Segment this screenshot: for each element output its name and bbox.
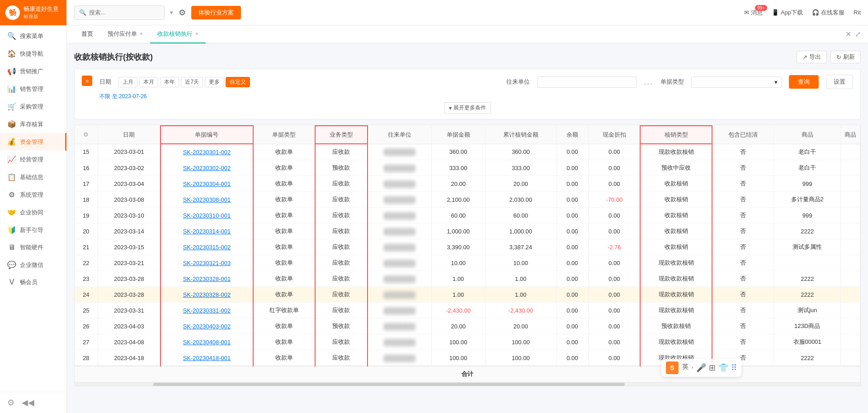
logo-text: 畅康道好生意 <box>24 5 59 13</box>
industry-solution-button[interactable]: 体验行业方案 <box>191 6 241 19</box>
cell-biz-type: 应收款 <box>315 144 368 160</box>
bill-no-link[interactable]: SK-20230418-001 <box>183 355 231 361</box>
online-service-action[interactable]: 🎧 在线客服 <box>812 9 844 17</box>
cell-amount: -2,430.00 <box>431 303 485 318</box>
sidebar-item-operation[interactable]: 📈经营管理 <box>0 151 66 168</box>
cell-balance: 0.00 <box>556 350 588 366</box>
receipt-type-select[interactable]: ▾ <box>691 76 782 88</box>
cell-bill-no: SK-20230331-002 <box>160 303 253 318</box>
date-btn-this-year[interactable]: 本年 <box>160 77 179 87</box>
bill-no-link[interactable]: SK-20230302-002 <box>183 165 231 171</box>
bill-no-link[interactable]: SK-20230301-002 <box>183 149 231 156</box>
sidebar-collapse-icon[interactable]: ◀◀ <box>22 398 34 408</box>
search-input[interactable] <box>89 9 148 16</box>
col-header-product2: 商品 <box>841 126 860 144</box>
sidebar-item-sales[interactable]: 📊销售管理 <box>0 80 66 98</box>
sidebar-item-guide[interactable]: 🔰新手引导 <box>0 221 66 239</box>
filter-expand-btn[interactable]: » <box>82 76 92 86</box>
date-btn-more[interactable]: 更多 <box>205 77 224 87</box>
sidebar-item-member[interactable]: V畅会员 <box>0 274 66 291</box>
cell-cash-discount: 0.00 <box>589 223 641 239</box>
apps-icon[interactable]: ⠿ <box>731 363 737 373</box>
sales-label: 销售管理 <box>20 85 43 93</box>
bill-no-link[interactable]: SK-20230315-002 <box>183 244 231 251</box>
date-btn-last-month[interactable]: 上月 <box>118 77 137 87</box>
sidebar-item-shortcut[interactable]: 🏠快捷导航 <box>0 45 66 62</box>
bill-no-link[interactable]: SK-20230314-001 <box>183 228 231 235</box>
sidebar-item-purchase[interactable]: 🛒采购管理 <box>0 98 66 115</box>
expand-conditions-btn[interactable]: ▾ 展开更多条件 <box>444 102 491 114</box>
sidebar-item-search[interactable]: 🔍搜索菜单 <box>0 27 66 45</box>
export-button[interactable]: ↗ 导出 <box>797 51 827 63</box>
cell-cancel-type: 现款收款核销 <box>640 255 712 271</box>
tab-receipt-exec-close[interactable]: × <box>195 31 198 37</box>
horizontal-scrollbar[interactable] <box>75 382 860 386</box>
tab-receipt-exec[interactable]: 收款核销执行 × <box>150 25 206 43</box>
bill-no-link[interactable]: SK-20230310-001 <box>183 212 231 219</box>
query-button[interactable]: 查询 <box>789 75 819 89</box>
bill-no-link[interactable]: SK-20230408-001 <box>183 339 231 346</box>
sidebar-item-finance[interactable]: 💰资金管理 <box>0 133 66 151</box>
phone-icon: 📱 <box>772 9 779 16</box>
sidebar-settings-icon[interactable]: ⚙ <box>7 398 14 408</box>
tab-expand-icon[interactable]: ⤢ <box>855 30 861 38</box>
en-icon[interactable]: 英 <box>682 363 689 373</box>
cell-include-settled: 否 <box>712 144 774 160</box>
sidebar-item-system[interactable]: ⚙系统管理 <box>0 186 66 204</box>
scroll-thumb[interactable] <box>153 383 625 386</box>
dot-icon[interactable]: · <box>691 363 693 373</box>
cell-biz-type: 应收款 <box>315 239 368 255</box>
cell-balance: 0.00 <box>556 318 588 334</box>
date-btn-7days[interactable]: 近7天 <box>181 77 203 87</box>
refresh-button[interactable]: ↻ 刷新 <box>830 51 861 63</box>
sidebar-item-marketing[interactable]: 📢营销推广 <box>0 62 66 80</box>
settings-button[interactable]: 设置 <box>826 75 853 89</box>
hardware-icon: 🖥 <box>7 243 16 252</box>
data-table: ⚙ 日期 单据编号 单据类型 业务类型 往来单位 单据金额 累计核销金额 余额 … <box>75 125 860 382</box>
shirt-icon[interactable]: 👕 <box>718 363 728 373</box>
unit-filter-input[interactable] <box>537 76 637 88</box>
app-download-label: App下载 <box>781 9 803 17</box>
user-action[interactable]: Rit <box>854 9 861 16</box>
corp-icon: 🤝 <box>7 208 16 217</box>
sidebar-item-corp[interactable]: 🤝企业协同 <box>0 204 66 221</box>
cell-biz-type: 应收款 <box>315 303 368 318</box>
cell-product: 999 <box>774 208 841 223</box>
table-settings-icon[interactable]: ⚙ <box>83 131 89 138</box>
date-btn-custom[interactable]: 自定义 <box>226 77 250 87</box>
sidebar-item-wechat[interactable]: 💬企业微信 <box>0 256 66 274</box>
topbar-arrow-icon[interactable]: ▾ <box>170 9 173 16</box>
date-btn-this-month[interactable]: 本月 <box>139 77 158 87</box>
col-header-partner: 往来单位 <box>368 126 431 144</box>
corp-label: 企业协同 <box>20 209 43 217</box>
bill-no-link[interactable]: SK-20230321-003 <box>183 260 231 266</box>
cell-date: 2023-03-28 <box>98 271 160 287</box>
tab-close-all-icon[interactable]: ✕ <box>845 30 851 38</box>
sidebar-item-inventory[interactable]: 📦库存核算 <box>0 115 66 133</box>
bill-no-link[interactable]: SK-20230403-002 <box>183 323 231 330</box>
cell-cum-amount: 333.00 <box>485 160 556 176</box>
mic-icon[interactable]: 🎤 <box>696 363 706 373</box>
app-download-action[interactable]: 📱 App下载 <box>772 9 803 17</box>
tab-pre-payment[interactable]: 预付应付单 × <box>100 25 150 43</box>
grid-icon[interactable]: ⊞ <box>709 363 716 373</box>
tab-home[interactable]: 首页 <box>74 25 100 43</box>
message-badge: 99+ <box>755 5 767 11</box>
col-header-settings[interactable]: ⚙ <box>75 126 98 144</box>
bill-no-link[interactable]: SK-20230308-001 <box>183 196 231 203</box>
messages-action[interactable]: ✉ 消息 99+ <box>744 9 763 17</box>
bill-no-link[interactable]: SK-20230328-001 <box>183 275 231 282</box>
refresh-label: 刷新 <box>843 53 855 61</box>
topbar-gear-icon[interactable]: ⚙ <box>179 8 186 18</box>
bill-no-link[interactable]: SK-20230331-002 <box>183 307 231 314</box>
bill-no-link[interactable]: SK-20230328-002 <box>183 291 231 298</box>
tab-pre-payment-close[interactable]: × <box>140 31 143 37</box>
sidebar-item-hardware[interactable]: 🖥智能硬件 <box>0 239 66 256</box>
cell-num: 15 <box>75 144 98 160</box>
topbar-search-box[interactable]: 🔍 <box>74 5 165 20</box>
cell-num: 24 <box>75 287 98 303</box>
cell-bill-no: SK-20230418-001 <box>160 350 253 366</box>
bill-no-link[interactable]: SK-20230304-001 <box>183 180 231 187</box>
table-row: 18 2023-03-08 SK-20230308-001 收款单 应收款 ██… <box>75 192 860 208</box>
sidebar-item-basic[interactable]: 📋基础信息 <box>0 168 66 186</box>
